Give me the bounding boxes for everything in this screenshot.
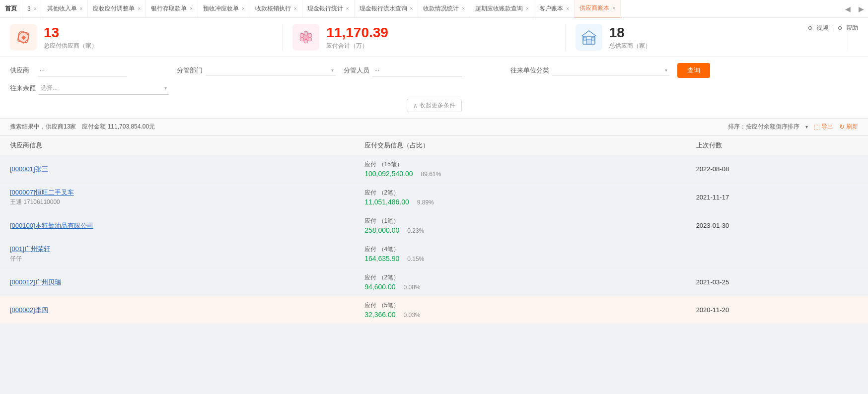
search-button[interactable]: 查询	[677, 63, 710, 78]
supplier-link[interactable]: [001]广州荣轩	[10, 245, 50, 253]
close-icon[interactable]: ×	[294, 6, 297, 11]
table-row: [000100]本特勤油品有限公司 应付 （1笔） 258,000.00 0.2…	[0, 212, 868, 240]
video-link[interactable]: 视频	[816, 24, 828, 32]
collapse-button[interactable]: ∧ 收起更多条件	[407, 99, 462, 112]
svg-point-5	[308, 37, 312, 41]
collapse-icon: ∧	[413, 102, 418, 109]
close-icon[interactable]: ×	[566, 6, 569, 11]
dept-select[interactable]: ▾	[206, 66, 336, 75]
nav-tab-ar-ap-adjust[interactable]: 应收应付调整单 ×	[88, 0, 146, 18]
close-icon[interactable]: ×	[34, 6, 37, 11]
top-nav: 首页 3 × 其他收入单 × 应收应付调整单 × 银行存取款单 × 预收冲应收单…	[0, 0, 868, 18]
table-row: [000012]广州贝瑞 应付 （2笔） 94,600.00 0.08% 202…	[0, 268, 868, 296]
supplier-link[interactable]: [000012]广州贝瑞	[10, 278, 61, 286]
balance-dropdown-icon: ▾	[164, 85, 167, 91]
total-suppliers-number: 18	[609, 24, 651, 41]
svg-point-4	[308, 33, 312, 37]
tx-label: 应付 （1笔）	[364, 217, 676, 225]
tx-amount[interactable]: 164,635.90	[364, 255, 399, 263]
balance-select[interactable]: 选择... ▾	[39, 82, 169, 95]
supplier-link[interactable]: [000001]张三	[10, 165, 48, 173]
close-icon[interactable]: ×	[80, 6, 83, 11]
refresh-button[interactable]: ↻ 刷新	[839, 123, 858, 131]
dept-label: 分管部门	[177, 66, 203, 75]
last-payment-date: 2022-08-08	[696, 165, 729, 173]
close-icon[interactable]: ×	[526, 6, 529, 11]
nav-tab-advance-ar[interactable]: 预收冲应收单 ×	[198, 0, 250, 18]
filter-row-2: 往来余额 选择... ▾	[10, 82, 858, 95]
close-icon[interactable]: ×	[462, 6, 465, 11]
top-right-links: ⊙ 视频 | ⊙ 帮助	[808, 24, 858, 32]
nav-tab-receipt-stat[interactable]: 收款情况统计 ×	[418, 0, 470, 18]
tx-amount[interactable]: 94,600.00	[364, 283, 395, 291]
close-icon[interactable]: ×	[138, 6, 141, 11]
card-icon-3	[576, 24, 602, 51]
tx-cell: 应付 （4笔） 164,635.90 0.15%	[355, 240, 686, 268]
tx-amount[interactable]: 32,366.00	[364, 311, 395, 319]
tx-amount[interactable]: 258,000.00	[364, 226, 399, 234]
filter-row-1: 供应商 分管部门 ▾ 分管人员 往来单位分类 ▾ 查询	[10, 63, 858, 78]
supplier-link[interactable]: [000007]恒旺二手叉车	[10, 189, 74, 196]
close-icon[interactable]: ×	[612, 5, 615, 11]
last-payment-date: 2020-11-20	[696, 306, 729, 314]
payable-suppliers-label: 总应付供应商（家）	[44, 42, 97, 50]
person-input[interactable]	[372, 65, 462, 76]
supplier-cell: [000100]本特勤油品有限公司	[0, 212, 355, 240]
export-button[interactable]: ⬚ 导出	[814, 123, 833, 131]
close-icon[interactable]: ×	[190, 6, 193, 11]
nav-tab-3[interactable]: 3 ×	[22, 0, 42, 18]
tx-amount[interactable]: 100,092,540.00	[364, 170, 413, 178]
help-link[interactable]: 帮助	[846, 24, 858, 32]
supplier-cell: [000012]广州贝瑞	[0, 268, 355, 296]
supplier-link[interactable]: [000100]本特勤油品有限公司	[10, 222, 93, 229]
supplier-ledger-label: 供应商账本	[579, 4, 609, 12]
category-select[interactable]: ▾	[552, 66, 669, 75]
category-label: 往来单位分类	[510, 66, 549, 75]
supplier-label: 供应商	[10, 66, 35, 75]
nav-arrows: ◀ ▶	[841, 5, 868, 13]
tx-cell: 应付 （2笔） 11,051,486.00 9.89%	[355, 183, 686, 212]
summary-card-payable-suppliers: ◆ 13 总应付供应商（家）	[10, 24, 283, 51]
diamond-icon: ◆	[14, 28, 32, 46]
close-icon[interactable]: ×	[242, 6, 245, 11]
card-icon-2	[292, 24, 319, 51]
tx-label: 应付 （15笔）	[364, 160, 676, 169]
supplier-cell: [000001]张三	[0, 155, 355, 183]
table-row: [000007]恒旺二手叉车 王通 17106110000 应付 （2笔） 11…	[0, 183, 868, 212]
tx-amount[interactable]: 11,051,486.00	[364, 198, 409, 206]
nav-tab-overdue-ar[interactable]: 超期应收账款查询 ×	[470, 0, 534, 18]
home-label: 首页	[5, 4, 17, 13]
tx-pct: 0.03%	[403, 312, 420, 319]
ar-ap-label: 应收应付调整单	[93, 4, 135, 13]
export-label: 导出	[821, 123, 833, 131]
filter-category: 往来单位分类 ▾	[510, 66, 669, 75]
nav-tab-cash-flow[interactable]: 现金银行流水查询 ×	[355, 0, 419, 18]
table-header: 供应商信息 应付交易信息（占比） 上次付数	[0, 136, 868, 155]
svg-point-3	[304, 31, 308, 35]
svg-text:◆: ◆	[21, 34, 26, 41]
supplier-link[interactable]: [000002]李四	[10, 306, 48, 314]
advance-ar-label: 预收冲应收单	[203, 4, 239, 13]
nav-tab-receipt-verify[interactable]: 收款核销执行 ×	[250, 0, 302, 18]
close-icon[interactable]: ×	[346, 6, 349, 11]
svg-rect-11	[586, 39, 591, 44]
nav-tab-customer-ledger[interactable]: 客户账本 ×	[534, 0, 575, 18]
close-icon[interactable]: ×	[410, 6, 413, 11]
table-row: [000001]张三 应付 （15笔） 100,092,540.00 89.61…	[0, 155, 868, 183]
bank-deposit-label: 银行存取款单	[151, 4, 187, 13]
sort-dropdown-icon[interactable]: ▾	[805, 124, 808, 130]
svg-point-9	[303, 35, 308, 40]
nav-tab-other-income[interactable]: 其他收入单 ×	[42, 0, 88, 18]
export-icon: ⬚	[814, 123, 820, 131]
nav-next-arrow[interactable]: ▶	[855, 5, 868, 13]
supplier-sub: 仔仔	[10, 255, 345, 263]
nav-prev-arrow[interactable]: ◀	[841, 5, 855, 13]
nav-tab-home[interactable]: 首页	[0, 0, 22, 18]
tx-label: 应付 （5笔）	[364, 301, 676, 310]
nav-tab-cash-bank-stat[interactable]: 现金银行统计 ×	[302, 0, 355, 18]
nav-tab-supplier-ledger[interactable]: 供应商账本 ×	[575, 0, 621, 18]
result-text: 搜索结果中，供应商13家	[10, 123, 76, 131]
nav-tab-bank-deposit[interactable]: 银行存取款单 ×	[146, 0, 198, 18]
supplier-input[interactable]	[38, 65, 127, 76]
last-payment-date: 2021-03-25	[696, 278, 729, 286]
